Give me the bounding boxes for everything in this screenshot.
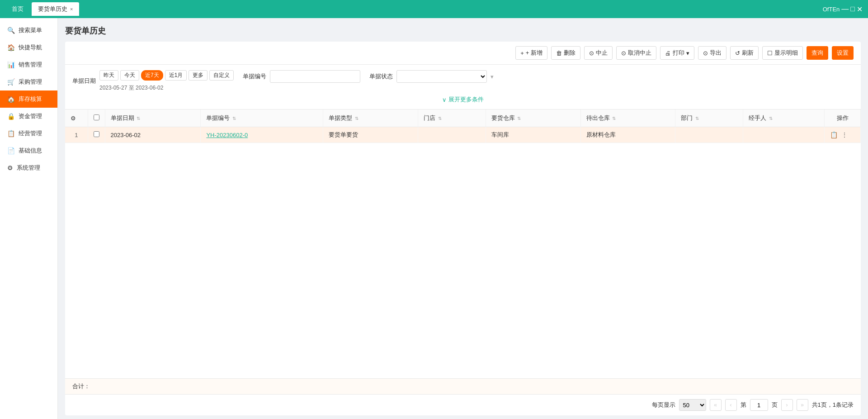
export-button[interactable]: ⊙ 导出 xyxy=(698,46,726,60)
th-operation: 操作 xyxy=(825,110,861,127)
sidebar-item-quick-nav[interactable]: 🏠 快捷导航 xyxy=(0,39,57,56)
today-btn[interactable]: 今天 xyxy=(120,70,139,81)
often-text: OfTEn xyxy=(823,6,840,13)
select-all-checkbox[interactable] xyxy=(94,114,99,120)
tab-active-label: 要货单历史 xyxy=(38,5,67,13)
last-page-btn[interactable]: » xyxy=(797,399,808,411)
export-label: 导出 xyxy=(710,49,722,57)
export-icon: ⊙ xyxy=(703,50,708,57)
tab-active[interactable]: 要货单历史 × xyxy=(32,2,79,16)
expand-chevron-icon: ∨ xyxy=(442,96,447,103)
purchase-mgmt-icon: 🛒 xyxy=(7,78,15,86)
table-row: 1 2023-06-02 YH-20230602-0 要货单要货 车间库 原材料… xyxy=(65,127,861,143)
doc-number-input[interactable] xyxy=(270,70,360,83)
query-button[interactable]: 查询 xyxy=(807,46,828,60)
th-store[interactable]: 门店 ⇅ xyxy=(418,110,486,127)
doc-status-label: 单据状态 xyxy=(369,72,393,81)
sort-department-icon: ⇅ xyxy=(695,116,699,121)
row-req-warehouse: 车间库 xyxy=(486,127,580,143)
first-page-btn[interactable]: « xyxy=(710,399,722,411)
restore-icon[interactable]: □ xyxy=(850,5,855,13)
row-checkbox[interactable] xyxy=(94,131,99,137)
sidebar-item-purchase-mgmt[interactable]: 🛒 采购管理 xyxy=(0,73,57,90)
stop-label: 中止 xyxy=(596,49,608,57)
page-suffix-label: 页 xyxy=(772,401,778,409)
th-handler[interactable]: 经手人 ⇅ xyxy=(743,110,825,127)
tab-home[interactable]: 首页 xyxy=(5,2,30,16)
th-doc-type[interactable]: 单据类型 ⇅ xyxy=(323,110,418,127)
filter-date-buttons: 昨天 今天 近7天 近1月 更多 自定义 xyxy=(99,70,234,81)
th-doc-number[interactable]: 单据编号 ⇅ xyxy=(201,110,323,127)
sidebar-item-sys-mgmt[interactable]: ⚙ 系统管理 xyxy=(0,159,57,176)
settings-label: 设置 xyxy=(837,49,849,57)
sort-doc-date-icon: ⇅ xyxy=(137,116,140,121)
display-detail-button[interactable]: ☐ 显示明细 xyxy=(762,46,803,60)
last7days-btn[interactable]: 近7天 xyxy=(141,70,163,81)
sort-pending-warehouse-icon: ⇅ xyxy=(612,116,616,121)
th-settings[interactable]: ⚙ xyxy=(65,110,88,127)
sidebar-item-sales-mgmt[interactable]: 📊 销售管理 xyxy=(0,56,57,73)
row-num: 1 xyxy=(65,127,88,143)
expand-more-btn[interactable]: ∨ 展开更多条件 xyxy=(72,95,854,104)
sidebar-item-finance-mgmt[interactable]: 🔒 资金管理 xyxy=(0,108,57,125)
doc-number-label: 单据编号 xyxy=(243,72,266,81)
last1month-btn[interactable]: 近1月 xyxy=(165,70,187,81)
row-checkbox-cell xyxy=(88,127,105,143)
sidebar-item-basic-info[interactable]: 📄 基础信息 xyxy=(0,142,57,159)
th-checkbox xyxy=(88,110,105,127)
filter-date-section: 昨天 今天 近7天 近1月 更多 自定义 2023-05-27 至 2023-0… xyxy=(99,70,234,92)
delete-icon: 🗑 xyxy=(556,50,562,57)
th-req-warehouse[interactable]: 要货仓库 ⇅ xyxy=(486,110,580,127)
refresh-button[interactable]: ↺ 刷新 xyxy=(730,46,759,60)
next-page-btn[interactable]: › xyxy=(781,399,793,411)
settings-button[interactable]: 设置 xyxy=(832,46,854,60)
doc-status-select[interactable] xyxy=(396,70,487,83)
table-header-row: ⚙ 单据日期 ⇅ 单据编号 ⇅ xyxy=(65,110,861,127)
sidebar-item-finance-label: 资金管理 xyxy=(19,112,42,120)
more-btn[interactable]: 更多 xyxy=(189,70,208,81)
row-more-icon[interactable]: ⋮ xyxy=(841,131,848,138)
sys-mgmt-icon: ⚙ xyxy=(7,164,13,171)
tab-close-btn[interactable]: × xyxy=(70,6,73,12)
print-dropdown-icon: ▾ xyxy=(686,50,689,57)
cancel-stop-label: 取消中止 xyxy=(628,49,651,57)
th-doc-date[interactable]: 单据日期 ⇅ xyxy=(105,110,201,127)
row-doc-type: 要货单要货 xyxy=(323,127,418,143)
sidebar-item-ops-mgmt[interactable]: 📋 经营管理 xyxy=(0,125,57,142)
stop-button[interactable]: ⊙ 中止 xyxy=(584,46,613,60)
settings-gear-icon: ⚙ xyxy=(71,115,76,122)
prev-page-btn[interactable]: ‹ xyxy=(725,399,737,411)
add-button[interactable]: + + 新增 xyxy=(515,46,547,60)
doc-number-link[interactable]: YH-20230602-0 xyxy=(206,132,248,138)
row-edit-icon[interactable]: 📋 xyxy=(830,131,838,138)
th-department[interactable]: 部门 ⇅ xyxy=(675,110,743,127)
display-detail-checkbox: ☐ xyxy=(767,50,773,57)
sort-req-warehouse-icon: ⇅ xyxy=(517,116,521,121)
cancel-stop-button[interactable]: ⊙ 取消中止 xyxy=(616,46,656,60)
row-handler xyxy=(743,127,825,143)
filter-doc-status-group: 单据状态 ▾ xyxy=(369,70,494,83)
custom-btn[interactable]: 自定义 xyxy=(209,70,234,81)
row-doc-date: 2023-06-02 xyxy=(105,127,201,143)
sort-doc-type-icon: ⇅ xyxy=(355,116,359,121)
quick-nav-icon: 🏠 xyxy=(7,44,15,51)
yesterday-btn[interactable]: 昨天 xyxy=(99,70,118,81)
window-close-icon[interactable]: ✕ xyxy=(857,5,863,14)
delete-label: 删除 xyxy=(564,49,576,57)
delete-button[interactable]: 🗑 删除 xyxy=(551,46,580,60)
th-pending-warehouse[interactable]: 待出仓库 ⇅ xyxy=(580,110,675,127)
minimize-icon[interactable]: — xyxy=(841,5,849,13)
add-label: + 新增 xyxy=(526,49,542,57)
print-button[interactable]: 🖨 打印 ▾ xyxy=(660,46,694,60)
page-number-input[interactable] xyxy=(750,399,768,411)
date-range-text: 2023-05-27 至 2023-06-02 xyxy=(99,84,234,92)
cancel-stop-icon: ⊙ xyxy=(621,50,626,57)
top-bar: 首页 要货单历史 × OfTEn — □ ✕ xyxy=(0,0,868,18)
sidebar-item-inventory[interactable]: 🏠 库存核算 xyxy=(0,90,57,108)
page-size-select[interactable]: 50 10 20 100 xyxy=(679,399,706,411)
row-doc-number[interactable]: YH-20230602-0 xyxy=(201,127,323,143)
query-label: 查询 xyxy=(811,49,823,57)
sidebar-item-search-menu[interactable]: 🔍 搜索菜单 xyxy=(0,22,57,39)
sort-store-icon: ⇅ xyxy=(438,116,442,121)
sidebar-item-sys-label: 系统管理 xyxy=(17,164,40,172)
